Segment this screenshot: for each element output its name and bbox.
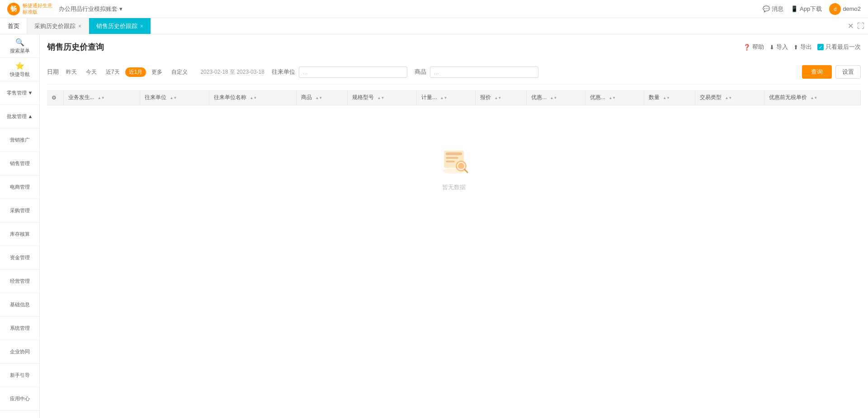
only-last-checkbox[interactable]: ✓ 只看最后一次 (817, 43, 861, 51)
sort-icon: ▲▼ (250, 96, 257, 100)
logo-text: 畅捷通好生意 标准版 (23, 3, 52, 14)
th-quote[interactable]: 报价 ▲▼ (476, 90, 527, 105)
goods-filter-group: 商品 ... (415, 66, 538, 78)
sidebar-item-enterprise[interactable]: 企业协同 (0, 340, 39, 364)
maximize-button[interactable]: ⛶ (857, 22, 864, 30)
sidebar-item-basic-info[interactable]: 基础信息 (0, 293, 39, 317)
sidebar-item-inventory[interactable]: 库存核算 (0, 223, 39, 246)
sidebar-item-ecom-mgmt[interactable]: 电商管理 (0, 176, 39, 199)
th-partner-code[interactable]: 往来单位 ▲▼ (140, 90, 209, 105)
sidebar-item-operations[interactable]: 经营管理 (0, 270, 39, 293)
page-title: 销售历史价查询 (47, 42, 104, 52)
filter-actions: 查询 设置 (802, 65, 861, 79)
workspace-selector[interactable]: 办公用品行业模拟账套 ▾ (56, 4, 125, 14)
partner-input[interactable]: ... (299, 66, 407, 78)
goods-input[interactable]: ... (430, 66, 538, 78)
topbar-left: 畅 畅捷通好生意 标准版 办公用品行业模拟账套 ▾ (7, 3, 125, 15)
export-button[interactable]: ⬆ 导出 (793, 43, 812, 51)
th-goods[interactable]: 商品 ▲▼ (297, 90, 348, 105)
sidebar-item-system-mgmt[interactable]: 系统管理 (0, 317, 39, 340)
partner-label: 往来单位 (272, 68, 295, 76)
help-button[interactable]: ❓ 帮助 (743, 43, 764, 51)
date-range-group: 2023-02-18 至 2023-03-18 (198, 68, 264, 76)
tab-purchase-history-label: 采购历史价跟踪 (34, 22, 75, 30)
tab-sales-history-close[interactable]: × (140, 23, 143, 29)
table-wrapper: ⚙ 业务发生... ▲▼ 往来单位 ▲▼ 往来单位名称 ▲▼ 商品 ▲▼ 规格型… (47, 90, 861, 411)
date-btn-last7[interactable]: 近7天 (102, 67, 123, 77)
avatar: d (829, 3, 841, 15)
sidebar-item-search-menu[interactable]: 🔍 搜索菜单 (0, 34, 39, 58)
date-btn-last1m[interactable]: 近1月 (125, 67, 146, 77)
sidebar-item-guide[interactable]: 新手引导 (0, 364, 39, 387)
topbar-right: 💬 消息 📱 App下载 d demo2 (763, 3, 861, 15)
sidebar-item-wholesale-mgmt[interactable]: 批发管理 ▲ (0, 105, 39, 128)
th-pre-tax[interactable]: 优惠前无税单价 ▲▼ (764, 90, 861, 105)
empty-illustration (436, 142, 472, 178)
th-partner-name[interactable]: 往来单位名称 ▲▼ (209, 90, 297, 105)
date-btn-more[interactable]: 更多 (148, 67, 166, 77)
sidebar-item-sales-mgmt[interactable]: 销售管理 (0, 152, 39, 176)
sort-icon: ▲▼ (98, 96, 105, 100)
export-icon: ⬆ (793, 44, 798, 51)
logo-icon: 畅 (7, 3, 20, 15)
workspace-chevron-icon: ▾ (119, 5, 123, 12)
th-discount2[interactable]: 优惠... ▲▼ (585, 90, 644, 105)
date-filter-group: 日期 昨天 今天 近7天 近1月 更多 自定义 (47, 67, 191, 77)
tab-sales-history[interactable]: 销售历史价跟踪 × (89, 18, 151, 34)
table-header-row: ⚙ 业务发生... ▲▼ 往来单位 ▲▼ 往来单位名称 ▲▼ 商品 ▲▼ 规格型… (47, 90, 861, 105)
data-table: ⚙ 业务发生... ▲▼ 往来单位 ▲▼ 往来单位名称 ▲▼ 商品 ▲▼ 规格型… (47, 90, 861, 105)
th-settings[interactable]: ⚙ (47, 90, 63, 105)
svg-rect-4 (446, 161, 455, 162)
settings-button[interactable]: 设置 (835, 65, 861, 79)
star-icon: ⭐ (15, 62, 24, 70)
svg-rect-3 (446, 157, 458, 159)
tabbar: 首页 采购历史价跟踪 × 销售历史价跟踪 × ✕ ⛶ (0, 18, 868, 34)
checkbox-icon: ✓ (817, 44, 824, 50)
filter-bar: 日期 昨天 今天 近7天 近1月 更多 自定义 2023-02-18 至 202… (47, 60, 861, 85)
sidebar-item-marketing[interactable]: 营销推广 (0, 128, 39, 152)
th-qty[interactable]: 数量 ▲▼ (644, 90, 695, 105)
user-menu[interactable]: d demo2 (829, 3, 861, 15)
logo-area: 畅 畅捷通好生意 标准版 (7, 3, 52, 15)
sidebar: 🔍 搜索菜单 ⭐ 快捷导航 零售管理 ▼ 批发管理 ▲ 营销推广 销售管理 电商… (0, 34, 40, 418)
date-range-text: 2023-02-18 至 2023-03-18 (200, 68, 264, 76)
th-unit[interactable]: 计量... ▲▼ (417, 90, 476, 105)
sidebar-item-wechat[interactable]: 企业微信 (0, 411, 39, 418)
sort-icon: ▲▼ (440, 96, 448, 100)
app-download-button[interactable]: 📱 App下载 (791, 5, 822, 13)
close-all-tabs-button[interactable]: ✕ (848, 22, 854, 30)
tab-purchase-history-close[interactable]: × (78, 23, 81, 29)
sort-icon: ▲▼ (315, 96, 322, 100)
page-actions: ❓ 帮助 ⬇ 导入 ⬆ 导出 ✓ 只看最后一次 (743, 43, 861, 51)
date-btn-yesterday[interactable]: 昨天 (62, 67, 80, 77)
sidebar-item-quick-nav[interactable]: ⭐ 快捷导航 (0, 58, 39, 81)
sidebar-item-retail-mgmt[interactable]: 零售管理 ▼ (0, 81, 39, 105)
th-biz-date[interactable]: 业务发生... ▲▼ (63, 90, 140, 105)
import-button[interactable]: ⬇ 导入 (769, 43, 788, 51)
sidebar-item-purchase-mgmt[interactable]: 采购管理 (0, 199, 39, 223)
sidebar-item-finance[interactable]: 资金管理 (0, 246, 39, 270)
partner-input-placeholder: ... (303, 69, 308, 76)
message-button[interactable]: 💬 消息 (763, 5, 783, 13)
sort-icon: ▲▼ (810, 96, 817, 100)
sort-icon: ▲▼ (377, 96, 385, 100)
sort-icon: ▲▼ (663, 96, 670, 100)
date-btn-custom[interactable]: 自定义 (168, 67, 191, 77)
th-discount1[interactable]: 优惠... ▲▼ (527, 90, 585, 105)
search-icon: 🔍 (15, 38, 24, 47)
tab-purchase-history[interactable]: 采购历史价跟踪 × (27, 18, 89, 34)
sort-icon: ▲▼ (170, 96, 177, 100)
query-button[interactable]: 查询 (802, 65, 832, 79)
sort-icon: ▲▼ (609, 96, 616, 100)
tab-home[interactable]: 首页 (0, 18, 27, 34)
page-header: 销售历史价查询 ❓ 帮助 ⬇ 导入 ⬆ 导出 ✓ (47, 42, 861, 52)
empty-state: 暂无数据 (47, 105, 861, 228)
date-buttons: 昨天 今天 近7天 近1月 更多 自定义 (62, 67, 191, 77)
date-btn-today[interactable]: 今天 (82, 67, 100, 77)
th-trade-type[interactable]: 交易类型 ▲▼ (695, 90, 764, 105)
goods-input-placeholder: ... (434, 69, 439, 76)
partner-filter-group: 往来单位 ... (272, 66, 407, 78)
th-spec[interactable]: 规格型号 ▲▼ (348, 90, 417, 105)
svg-rect-2 (446, 152, 462, 155)
sidebar-item-app-center[interactable]: 应用中心 (0, 387, 39, 411)
